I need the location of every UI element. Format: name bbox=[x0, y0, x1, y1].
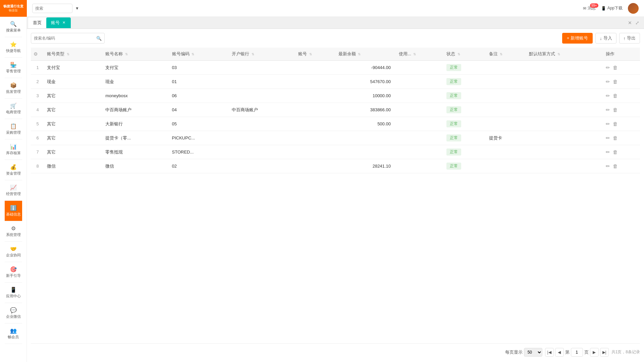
window-close-icon[interactable]: ✕ bbox=[627, 20, 633, 25]
row-num-1: 2 bbox=[31, 75, 44, 89]
row-use-5 bbox=[396, 131, 444, 145]
sort-account-icon: ⇅ bbox=[309, 52, 312, 56]
row-remark-6 bbox=[486, 145, 526, 159]
delete-icon-6[interactable]: 🗑 bbox=[613, 149, 618, 155]
col-bank[interactable]: 开户银行 ⇅ bbox=[229, 48, 296, 61]
page-suffix: 页 bbox=[584, 349, 589, 355]
per-page-select[interactable]: 50 100 bbox=[524, 348, 542, 357]
row-settlement-6 bbox=[526, 145, 603, 159]
toolbar: 🔍 + 新增账号 ↓ 导入 ↑ 导出 bbox=[31, 33, 640, 44]
app-download-button[interactable]: 📱 App下载 bbox=[601, 5, 623, 11]
delete-icon-7[interactable]: 🗑 bbox=[613, 163, 618, 169]
sidebar-label-retail: 零售管理 bbox=[6, 69, 21, 74]
page-label: 第 bbox=[565, 349, 570, 355]
row-status-4: 正常 bbox=[444, 117, 486, 131]
row-bank-3: 中百商场账户 bbox=[229, 103, 296, 117]
col-name[interactable]: 账号名称 ⇅ bbox=[103, 48, 169, 61]
page-first-button[interactable]: |◀ bbox=[545, 348, 554, 357]
per-page-label: 每页显示 bbox=[505, 349, 523, 355]
status-badge-0: 正常 bbox=[446, 64, 461, 71]
col-type[interactable]: 账号类型 ⇅ bbox=[44, 48, 103, 61]
edit-icon-7[interactable]: ✏ bbox=[606, 163, 610, 169]
delete-icon-4[interactable]: 🗑 bbox=[613, 121, 618, 127]
delete-icon-3[interactable]: 🗑 bbox=[613, 107, 618, 113]
col-balance[interactable]: 最新余额 ⇅ bbox=[336, 48, 396, 61]
search-input[interactable] bbox=[34, 36, 96, 41]
col-account[interactable]: 账号 ⇅ bbox=[296, 48, 335, 61]
sidebar-icon-member: 👥 bbox=[6, 327, 21, 334]
message-button[interactable]: ✉ 消息 99+ bbox=[583, 5, 596, 11]
sidebar-icon-operations: 📈 bbox=[6, 184, 21, 191]
sidebar-item-guide[interactable]: 🎯 新手引导 bbox=[5, 262, 22, 283]
edit-icon-4[interactable]: ✏ bbox=[606, 121, 610, 127]
sidebar-item-operations[interactable]: 📈 经营管理 bbox=[5, 180, 22, 201]
sidebar-item-purchase[interactable]: 📋 采购管理 bbox=[5, 119, 22, 139]
import-button[interactable]: ↓ 导入 bbox=[595, 33, 616, 44]
tab-account-close-icon[interactable]: ✕ bbox=[62, 20, 66, 25]
sidebar-icon-shortcut: ⭐ bbox=[6, 41, 21, 48]
sidebar-item-wechat[interactable]: 💬 企业微信 bbox=[5, 303, 22, 323]
header-right: ✉ 消息 99+ 📱 App下载 bbox=[583, 3, 639, 14]
page-next-button[interactable]: ▶ bbox=[590, 348, 599, 357]
sidebar-item-appcenter[interactable]: 📱 应用中心 bbox=[5, 283, 22, 303]
tab-home[interactable]: 首页 bbox=[28, 17, 46, 28]
row-num-6: 7 bbox=[31, 145, 44, 159]
delete-icon-5[interactable]: 🗑 bbox=[613, 135, 618, 141]
sidebar-item-wholesale[interactable]: 📦 批发管理 bbox=[5, 78, 22, 99]
header-search-input[interactable] bbox=[32, 4, 72, 13]
col-settings[interactable]: ⚙ bbox=[31, 48, 44, 61]
row-status-6: 正常 bbox=[444, 145, 486, 159]
tab-account[interactable]: 账号 ✕ bbox=[46, 17, 71, 28]
row-status-7: 正常 bbox=[444, 159, 486, 173]
col-code[interactable]: 账号编码 ⇅ bbox=[169, 48, 229, 61]
row-bank-2 bbox=[229, 89, 296, 103]
message-icon: ✉ bbox=[583, 6, 586, 11]
edit-icon-0[interactable]: ✏ bbox=[606, 65, 610, 71]
page-number-input[interactable] bbox=[571, 348, 583, 357]
sidebar-item-basic[interactable]: ℹ️ 基础信息 bbox=[5, 201, 22, 221]
status-badge-7: 正常 bbox=[446, 163, 461, 170]
search-icon[interactable]: 🔍 bbox=[96, 36, 102, 41]
sidebar-item-member[interactable]: 👥 畅会员 bbox=[5, 323, 22, 344]
sidebar-item-system[interactable]: ⚙ 系统管理 bbox=[5, 221, 22, 242]
page-prev-button[interactable]: ◀ bbox=[555, 348, 564, 357]
sidebar-item-ecommerce[interactable]: 🛒 电商管理 bbox=[5, 99, 22, 119]
edit-icon-2[interactable]: ✏ bbox=[606, 93, 610, 99]
export-icon: ↑ bbox=[624, 36, 626, 41]
col-action: 操作 bbox=[603, 48, 640, 61]
sidebar-label-search: 搜索菜单 bbox=[6, 28, 21, 33]
export-button[interactable]: ↑ 导出 bbox=[619, 33, 640, 44]
col-remark[interactable]: 备注 ⇅ bbox=[486, 48, 526, 61]
row-settlement-1 bbox=[526, 75, 603, 89]
sidebar-item-inventory[interactable]: 📊 库存核算 bbox=[5, 139, 22, 160]
edit-icon-1[interactable]: ✏ bbox=[606, 79, 610, 85]
sidebar-item-agreement[interactable]: 🤝 企业协同 bbox=[5, 242, 22, 262]
col-use[interactable]: 使用... ⇅ bbox=[396, 48, 444, 61]
sidebar-item-retail[interactable]: 🏪 零售管理 bbox=[5, 58, 22, 78]
edit-icon-3[interactable]: ✏ bbox=[606, 107, 610, 113]
window-maximize-icon[interactable]: ⤢ bbox=[635, 20, 640, 25]
sidebar-item-search[interactable]: 🔍 搜索菜单 bbox=[5, 17, 22, 37]
page-navigation: |◀ ◀ 第 页 ▶ ▶| bbox=[545, 348, 609, 357]
top-header: ▼ ✉ 消息 99+ 📱 App下载 bbox=[27, 0, 644, 17]
row-settlement-2 bbox=[526, 89, 603, 103]
delete-icon-0[interactable]: 🗑 bbox=[613, 65, 618, 70]
sort-status-icon: ⇅ bbox=[458, 52, 460, 56]
page-last-button[interactable]: ▶| bbox=[600, 348, 609, 357]
status-badge-4: 正常 bbox=[446, 120, 461, 127]
table-settings-icon[interactable]: ⚙ bbox=[34, 51, 38, 57]
col-status[interactable]: 状态 ⇅ bbox=[444, 48, 486, 61]
import-label: 导入 bbox=[603, 35, 612, 41]
user-avatar[interactable] bbox=[628, 3, 639, 14]
row-name-2: moneybosx bbox=[103, 89, 169, 103]
edit-icon-5[interactable]: ✏ bbox=[606, 135, 610, 141]
edit-icon-6[interactable]: ✏ bbox=[606, 149, 610, 155]
delete-icon-1[interactable]: 🗑 bbox=[613, 79, 618, 84]
delete-icon-2[interactable]: 🗑 bbox=[613, 93, 618, 99]
header-dropdown[interactable]: ▼ bbox=[75, 6, 79, 11]
sidebar-item-finance[interactable]: 💰 资金管理 bbox=[5, 160, 22, 180]
sidebar-item-shortcut[interactable]: ⭐ 快捷导航 bbox=[5, 37, 22, 58]
row-use-0 bbox=[396, 61, 444, 75]
col-settlement[interactable]: 默认结算方式 ⇅ bbox=[526, 48, 603, 61]
add-account-button[interactable]: + 新增账号 bbox=[562, 33, 593, 44]
